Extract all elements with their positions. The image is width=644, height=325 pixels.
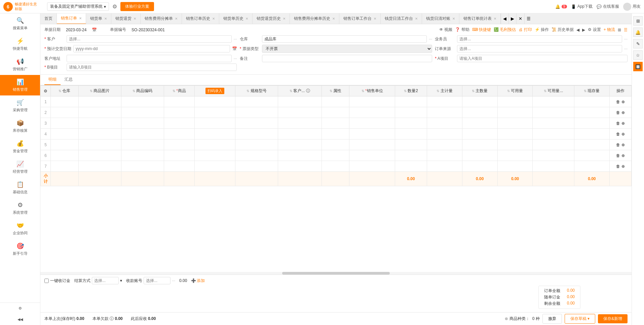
chevron-draft-icon[interactable]: ▾	[588, 316, 590, 321]
nav-prev-icon[interactable]: ◀	[576, 28, 579, 32]
tab-prev-button[interactable]: ◀	[501, 13, 508, 24]
delete-icon[interactable]: 🗑	[616, 153, 620, 158]
tab-expense-history[interactable]: 销售费用分摊单历史 ✕	[290, 13, 339, 24]
copy-icon[interactable]: ⊕	[621, 143, 625, 147]
sidebar-item-finance[interactable]: 💰 资金管理	[0, 136, 40, 157]
calendar-icon2[interactable]: 📅	[232, 46, 237, 51]
tab-daily-reconcile[interactable]: 钱货日清对账 ✕	[422, 13, 459, 24]
a-project-input[interactable]	[457, 55, 628, 62]
tab-daily-workbench[interactable]: 钱货日清工作台 ✕	[381, 13, 422, 24]
tab-order-stats[interactable]: 销售订单统计表 ✕	[459, 13, 501, 24]
sidebar-item-enterprise[interactable]: 🤝 企业协同	[0, 218, 40, 239]
more-icon-warehouse[interactable]: ···	[429, 37, 432, 41]
sidebar-item-guide[interactable]: 🎯 新手引导	[0, 239, 40, 259]
close-tab-icon[interactable]: ✕	[283, 17, 286, 21]
right-btn-4[interactable]: ☆	[633, 50, 643, 60]
tab-summary[interactable]: 汇总	[61, 75, 77, 85]
warehouse-input[interactable]	[262, 35, 427, 43]
copy-icon[interactable]: ⊕	[621, 132, 625, 136]
tab-sales-expense[interactable]: 销售费用分摊单 ✕	[141, 13, 182, 24]
table-row[interactable]: 2🗑⊕	[41, 107, 632, 118]
nav-next-icon[interactable]: ▶	[582, 28, 585, 32]
close-tab-icon[interactable]: ✕	[374, 17, 376, 21]
sidebar-item-marketing[interactable]: 📢 营销推广	[0, 54, 40, 75]
history-action[interactable]: 📜 历史单据	[552, 27, 574, 33]
view-action[interactable]: 👁 视频	[439, 27, 452, 33]
customer-input[interactable]	[67, 35, 232, 43]
print-action[interactable]: 🖨 打印	[519, 27, 532, 33]
one-click-checkbox[interactable]	[44, 279, 49, 283]
right-btn-2[interactable]: 🔔	[633, 28, 643, 37]
table-row[interactable]: 6🗑⊕	[41, 150, 632, 161]
right-btn-3[interactable]: ✎	[633, 39, 643, 48]
discard-button[interactable]: 放弃	[542, 314, 562, 324]
close-tab-icon[interactable]: ✕	[79, 16, 82, 20]
receipt-no-input[interactable]	[144, 277, 171, 284]
one-click-label[interactable]: 一键收订金	[44, 278, 70, 284]
scrollbar-area[interactable]	[40, 272, 632, 275]
delete-icon[interactable]: 🗑	[616, 132, 620, 136]
table-row[interactable]: 3🗑⊕	[41, 118, 632, 129]
more-icon-address[interactable]: ···	[234, 56, 237, 61]
delete-icon[interactable]: 🗑	[616, 121, 620, 126]
delete-icon[interactable]: 🗑	[616, 110, 620, 115]
close-tab-icon[interactable]: ✕	[104, 17, 107, 21]
tab-menu-button[interactable]: ☰	[524, 13, 533, 24]
scrollbar-track[interactable]	[282, 272, 390, 275]
sidebar-item-nav[interactable]: ⚡ 快捷导航	[0, 34, 40, 54]
sidebar-item-system[interactable]: ⚙ 系统管理	[0, 198, 40, 218]
debt-info-icon[interactable]: ⓘ	[110, 316, 114, 321]
sidebar-settings-button[interactable]: ⚙	[0, 303, 40, 314]
close-tab-icon[interactable]: ✕	[175, 17, 178, 21]
copy-icon[interactable]: ⊕	[621, 110, 625, 115]
copy-icon[interactable]: ⊕	[621, 164, 625, 169]
order-source-input[interactable]	[457, 45, 622, 52]
help-action[interactable]: ❓ 帮助	[455, 27, 469, 33]
chevron-payment-icon[interactable]: ▾	[120, 278, 122, 283]
close-tab-icon[interactable]: ✕	[332, 17, 335, 21]
tab-sales-invoice[interactable]: 销货单 ✕	[86, 13, 111, 24]
table-row[interactable]: 5🗑⊕	[41, 139, 632, 150]
right-btn-1[interactable]: ⊞	[633, 16, 643, 26]
operations-action[interactable]: ⚡ 操作	[535, 27, 549, 33]
sidebar-item-sales[interactable]: 📊 销售管理	[0, 75, 40, 95]
more-icon-salesperson[interactable]: ···	[624, 37, 628, 41]
list-icon[interactable]: ☰	[624, 28, 628, 32]
system-selector[interactable]: 装备及固定资产辅助管理系统 ▾	[47, 2, 109, 11]
grid-icon[interactable]: ⊞	[618, 28, 621, 32]
table-row[interactable]: 7🗑⊕	[41, 161, 632, 172]
save-new-button[interactable]: 保存&新增	[598, 314, 628, 323]
save-draft-button[interactable]: 保存草稿 ▾	[565, 314, 595, 324]
close-tab-icon[interactable]: ✕	[134, 17, 136, 21]
sidebar-item-inventory[interactable]: 📦 库存核算	[0, 116, 40, 136]
payment-method-input[interactable]	[92, 277, 119, 284]
copy-icon[interactable]: ⊕	[621, 153, 625, 158]
sidebar-item-basic[interactable]: 📋 基础信息	[0, 177, 40, 198]
tab-detail[interactable]: 明细	[44, 75, 61, 85]
tab-home[interactable]: 首页	[40, 13, 57, 24]
user-area[interactable]: 用友	[623, 3, 641, 11]
sidebar-item-purchase[interactable]: 🛒 采购管理	[0, 95, 40, 116]
app-download-button[interactable]: 📱 App下载	[571, 4, 593, 9]
copy-icon[interactable]: ⊕	[621, 121, 625, 126]
remark-input[interactable]	[262, 55, 432, 62]
close-tab-icon[interactable]: ✕	[212, 17, 215, 21]
b-project-input[interactable]	[67, 64, 237, 71]
right-btn-5[interactable]: 🔲	[633, 62, 643, 71]
scan-button[interactable]: 扫码录入	[205, 88, 224, 94]
salesperson-input[interactable]	[457, 35, 622, 43]
tab-sales-return[interactable]: 销货退货 ✕	[111, 13, 141, 24]
delete-icon[interactable]: 🗑	[616, 99, 620, 104]
tab-close-all-button[interactable]: ✕	[516, 13, 524, 24]
gear-icon[interactable]: ⚙	[112, 3, 117, 10]
shortcut-action[interactable]: ⌨ 快捷键	[472, 27, 491, 33]
notification-button[interactable]: 🔔 9 App下载	[555, 4, 567, 9]
tab-sales-order[interactable]: 销售订单 ✕	[57, 13, 86, 24]
close-tab-icon[interactable]: ✕	[245, 17, 248, 21]
add-material-icon[interactable]: + 物流	[604, 27, 615, 33]
copy-icon[interactable]: ⊕	[621, 99, 625, 104]
delivery-input[interactable]	[73, 45, 230, 52]
table-row[interactable]: 1🗑⊕	[41, 96, 632, 107]
delete-icon[interactable]: 🗑	[616, 143, 620, 147]
more-icon-order-source[interactable]: ···	[624, 46, 628, 51]
